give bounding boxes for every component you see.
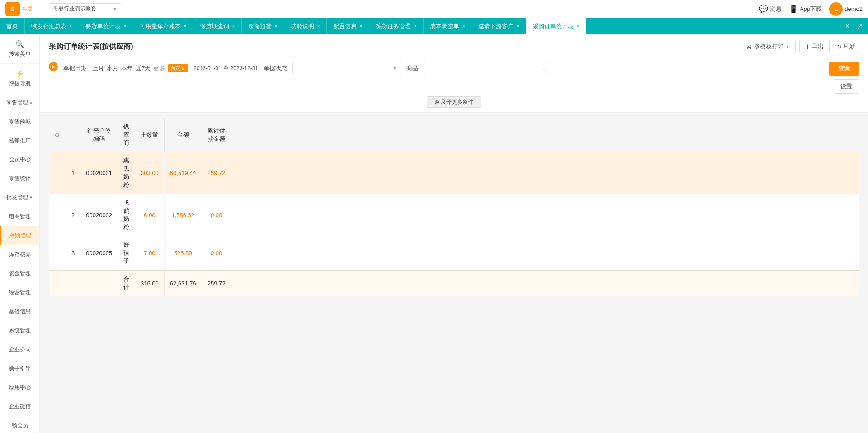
sidebar-item-new-guide[interactable]: 新手引导: [0, 359, 39, 378]
sidebar-item-label: 资金管理: [9, 270, 31, 277]
query-button[interactable]: 查询: [829, 62, 859, 76]
close-tab-config[interactable]: ×: [359, 23, 363, 29]
sidebar-item-base[interactable]: 基础信息: [0, 302, 39, 321]
sidebar-item-ecommerce[interactable]: 电商管理: [0, 207, 39, 226]
sidebar-item-label: 电商管理: [9, 213, 31, 220]
nav-actions: × ⤢: [844, 20, 868, 33]
cell-main-qty: 7.00: [135, 236, 165, 271]
sidebar-item-member2[interactable]: 畅会员: [0, 416, 39, 433]
close-tab-receive[interactable]: ×: [69, 23, 72, 29]
sidebar-item-retail-mall[interactable]: 零售商城: [0, 112, 39, 131]
user-area[interactable]: E demo2: [829, 2, 863, 16]
close-tab-overstock[interactable]: ×: [274, 23, 278, 29]
goods-input-dots[interactable]: ...: [543, 65, 547, 71]
qty-link[interactable]: 6.00: [144, 212, 155, 219]
close-tab-invite[interactable]: ×: [516, 23, 519, 29]
data-table: ⚙ 往来单位编码 供应商 主数量 金额 累计付款金额 1: [49, 118, 859, 296]
sidebar-item-marketing[interactable]: 营销推广: [0, 131, 39, 150]
tab-warranty[interactable]: 保质期查询 ×: [193, 18, 242, 34]
th-rownum: [66, 118, 80, 152]
message-button[interactable]: 💬 消息: [759, 5, 782, 13]
cell-supplier-code: 00020001: [80, 152, 118, 194]
workspace-selector[interactable]: 母婴行业演示账套 ▼: [49, 3, 121, 14]
shortcut-more[interactable]: 更多: [153, 64, 165, 72]
th-paid-amount: 累计付款金额: [202, 118, 231, 152]
setting-button[interactable]: 设置: [834, 79, 859, 94]
tab-func-desc[interactable]: 功能说明 ×: [284, 18, 327, 34]
paid-link[interactable]: 0.00: [211, 250, 222, 257]
cell-paid-amount: 0.00: [202, 236, 231, 271]
refresh-button[interactable]: ↻ 刷新: [833, 40, 859, 53]
shortcut-7days[interactable]: 近7天: [136, 64, 151, 72]
shortcut-last-month[interactable]: 上月: [92, 64, 104, 72]
close-tab-purchase-stat[interactable]: ×: [576, 23, 580, 29]
sidebar-item-purchase[interactable]: 采购管理: [0, 226, 39, 245]
close-all-tabs-button[interactable]: ×: [844, 20, 851, 32]
sidebar-item-retail-stat[interactable]: 零售统计: [0, 169, 39, 188]
tab-goods-stat[interactable]: 要货单统计表 ×: [79, 18, 133, 34]
collapse-filter-button[interactable]: ▶: [49, 62, 58, 71]
sidebar-item-ops[interactable]: 经营管理: [0, 283, 39, 302]
qty-link[interactable]: 7.00: [144, 250, 155, 257]
table-row[interactable]: 1 00020001 惠氏奶粉 303.00 60,519.44 259.72: [49, 152, 859, 194]
shortcut-this-month[interactable]: 本月: [107, 64, 118, 72]
close-tab-pick-task[interactable]: ×: [414, 23, 417, 29]
export-button[interactable]: ⬇ 导出: [799, 40, 830, 53]
goods-input[interactable]: [424, 62, 550, 74]
sidebar-item-enterprise[interactable]: 企业协同: [0, 340, 39, 359]
main-layout: 🔍 搜索英单 ⚡ 快捷导航 零售管理 ▲ 零售商城 营销推广 会员中心 零售统计…: [0, 34, 868, 433]
sidebar-item-system[interactable]: 系统管理: [0, 321, 39, 340]
tab-config[interactable]: 配置信息 ×: [327, 18, 369, 34]
status-select[interactable]: ▼: [292, 62, 401, 74]
close-tab-warranty[interactable]: ×: [232, 23, 235, 29]
qty-link[interactable]: 303.00: [141, 170, 159, 176]
app-download-button[interactable]: 📱 App下载: [789, 5, 822, 13]
th-amount: 金额: [164, 118, 202, 152]
close-tab-func-desc[interactable]: ×: [317, 23, 320, 29]
sidebar-item-finance[interactable]: 资金管理: [0, 264, 39, 283]
tab-invite[interactable]: 邀请下游客户 ×: [472, 18, 526, 34]
expand-more-button[interactable]: ⊕ 展开更多条件: [427, 96, 481, 108]
close-tab-goods-stat[interactable]: ×: [123, 23, 127, 29]
column-settings-icon[interactable]: ⚙: [54, 131, 60, 138]
sidebar-item-retail[interactable]: 零售管理 ▲: [0, 93, 39, 112]
paid-link[interactable]: 259.72: [208, 170, 226, 176]
date-label: 单据日期: [63, 64, 87, 72]
sidebar-item-shortcut[interactable]: ⚡ 快捷导航: [0, 64, 39, 93]
sidebar-item-search[interactable]: 🔍 搜索英单: [0, 34, 39, 64]
sidebar-item-stock[interactable]: 库存核算: [0, 245, 39, 264]
cell-rownum: 2: [66, 194, 80, 236]
tab-receive[interactable]: 收发存汇总表 ×: [25, 18, 79, 34]
shortcut-this-year[interactable]: 本年: [121, 64, 133, 72]
cell-supplier-name: 飞鹤奶粉: [118, 194, 135, 236]
table-row[interactable]: 3 00020005 好孩子 7.00 525.80 0.00: [49, 236, 859, 271]
sidebar-item-member[interactable]: 会员中心: [0, 150, 39, 169]
tab-pick-task[interactable]: 拣货任务管理 ×: [369, 18, 424, 34]
table-row[interactable]: 2 00020002 飞鹤奶粉 6.00 1,586.52 0.00: [49, 194, 859, 236]
footer-label: 合计: [118, 270, 135, 296]
paid-link[interactable]: 0.00: [211, 212, 222, 219]
cell-checkbox: [49, 152, 66, 194]
sidebar-item-batch[interactable]: 批发管理 ▼: [0, 188, 39, 207]
amount-link[interactable]: 60,519.44: [170, 170, 196, 176]
sidebar-item-label: 采购管理: [9, 232, 31, 239]
sidebar-item-label: 经营管理: [9, 289, 31, 296]
custom-date-badge[interactable]: 自定义: [168, 64, 188, 72]
expand-icon: ⊕: [434, 99, 439, 105]
tab-purchase-stat[interactable]: 采购订单统计表 ×: [526, 18, 586, 34]
sidebar-item-app-center[interactable]: 应用中心: [0, 378, 39, 397]
sidebar-item-label: 新手引导: [9, 365, 31, 372]
shortcut-icon: ⚡: [15, 69, 24, 78]
sidebar-item-enterprise-wechat[interactable]: 企业微信: [0, 397, 39, 416]
close-tab-cost-adjust[interactable]: ×: [462, 23, 465, 29]
tab-cost-adjust[interactable]: 成本调整单 ×: [424, 18, 472, 34]
amount-link[interactable]: 525.80: [174, 250, 192, 257]
amount-link[interactable]: 1,586.52: [171, 212, 194, 219]
tab-overstock[interactable]: 超储预警 ×: [242, 18, 284, 34]
tab-available-stock[interactable]: 可用量库存账本 ×: [133, 18, 193, 34]
close-tab-available-stock[interactable]: ×: [184, 23, 187, 29]
expand-window-button[interactable]: ⤢: [855, 20, 864, 33]
print-button[interactable]: 🖨 按模板打印 ▼: [741, 40, 796, 53]
sidebar-item-label: 会员中心: [9, 156, 31, 163]
tab-home[interactable]: 首页: [0, 18, 25, 34]
